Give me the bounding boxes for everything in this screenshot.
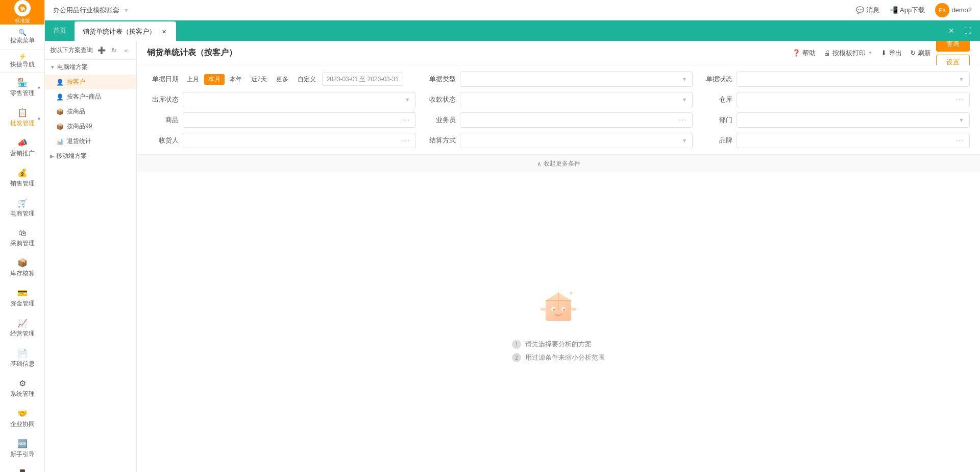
- brand-label: 品牌: [701, 136, 737, 145]
- sidebar-item-guide[interactable]: 🆕 新手引导: [0, 434, 44, 464]
- sidebar-item-finance[interactable]: 💳 资金管理: [0, 283, 44, 313]
- tab-expand-btn[interactable]: ⛶: [962, 25, 974, 37]
- sidebar-item-purchase[interactable]: 🛍 采购管理: [0, 223, 44, 253]
- retail-icon: 🏪: [17, 78, 28, 87]
- warehouse-select[interactable]: ···: [737, 92, 970, 107]
- app-logo: 畅 标准版: [0, 0, 45, 25]
- message-label: 消息: [866, 6, 879, 15]
- schema-group-desktop-label: 电脑端方案: [57, 63, 88, 72]
- export-btn[interactable]: ⬇ 导出: [881, 49, 902, 58]
- salesman-select[interactable]: ···: [460, 112, 693, 128]
- sidebar-item-retail[interactable]: 🏪 零售管理 ▼: [0, 73, 44, 103]
- by-goods-99-label: 按商品99: [67, 122, 92, 131]
- tip-2-text: 用过滤条件来缩小分析范围: [525, 353, 605, 362]
- add-schema-btn[interactable]: ➕: [96, 45, 107, 55]
- date-tab-7days[interactable]: 近7天: [247, 74, 271, 85]
- search-menu[interactable]: 🔍 搜索菜单: [0, 25, 44, 50]
- sidebar-item-operations[interactable]: 📈 经营管理: [0, 313, 44, 343]
- schema-group-desktop-title[interactable]: ▼ 电脑端方案: [45, 60, 136, 75]
- filter-receipt-status: 收款状态 ▼: [424, 92, 693, 107]
- quick-nav[interactable]: ⚡ 快捷导航: [0, 50, 44, 73]
- tab-home-label: 首页: [53, 26, 66, 35]
- out-status-label: 出库状态: [147, 95, 183, 104]
- schema-item-by-customer[interactable]: 👤 按客户: [45, 75, 136, 89]
- wholesale-icon: 📋: [17, 108, 28, 117]
- quick-nav-label: 快捷导航: [10, 61, 35, 68]
- query-button[interactable]: 查询: [936, 41, 970, 52]
- settle-label: 结算方式: [424, 136, 460, 145]
- date-tab-this-year[interactable]: 本年: [226, 74, 246, 85]
- user-name: demo2: [951, 6, 972, 14]
- tab-home[interactable]: 首页: [45, 20, 75, 41]
- by-customer-goods-icon: 👤: [56, 93, 64, 101]
- filter-brand: 品牌 ···: [701, 133, 970, 148]
- refresh-btn[interactable]: ↻ 刷新: [910, 49, 931, 58]
- wholesale-arrow: ▲: [37, 115, 41, 121]
- date-tab-custom[interactable]: 自定义: [293, 74, 320, 85]
- filter-salesman: 业务员 ···: [424, 112, 693, 128]
- schema-group-mobile-label: 移动端方案: [56, 152, 87, 160]
- sidebar-item-basic-info[interactable]: 📄 基础信息: [0, 343, 44, 373]
- schema-group-mobile-title[interactable]: ▶ 移动端方案: [45, 149, 136, 163]
- collapse-label: 收起更多条件: [544, 159, 580, 168]
- sidebar-item-system[interactable]: ⚙ 系统管理: [0, 373, 44, 404]
- out-status-select[interactable]: ▼: [183, 92, 416, 107]
- sidebar-item-sales-label: 销售管理: [10, 179, 35, 188]
- date-range-display[interactable]: 2023-03-01 至 2023-03-31: [322, 73, 403, 86]
- sidebar-item-ecommerce[interactable]: 🛒 电商管理: [0, 193, 44, 223]
- retail-arrow: ▼: [37, 85, 41, 90]
- sidebar-item-enterprise[interactable]: 🤝 企业协同: [0, 404, 44, 434]
- schema-panel: 按以下方案查询 ➕ ↻ « ▼ 电脑端方案 👤 按客户 👤: [45, 41, 137, 472]
- schema-actions: ➕ ↻ «: [96, 45, 131, 55]
- dept-select[interactable]: ▼: [737, 112, 970, 128]
- tab-sales-stats[interactable]: 销货单统计表（按客户） ✕: [75, 21, 176, 42]
- schema-item-by-customer-goods[interactable]: 👤 按客户+商品: [45, 89, 136, 104]
- date-tab-this-month[interactable]: 本月: [204, 74, 225, 85]
- receipt-status-select[interactable]: ▼: [460, 92, 693, 107]
- basic-info-icon: 📄: [17, 348, 28, 358]
- date-tab-more[interactable]: 更多: [272, 74, 292, 85]
- date-label: 单据日期: [147, 75, 183, 84]
- schema-item-by-goods[interactable]: 📦 按商品: [45, 104, 136, 119]
- goods-select[interactable]: ···: [183, 112, 416, 128]
- sidebar-item-sales[interactable]: 💰 销售管理: [0, 163, 44, 193]
- doc-type-label: 单据类型: [424, 75, 460, 84]
- schema-item-by-goods-99[interactable]: 📦 按商品99: [45, 119, 136, 134]
- operations-icon: 📈: [17, 318, 28, 328]
- receiver-label: 收货人: [147, 136, 183, 145]
- template-print-btn[interactable]: 🖨 按模板打印 ▼: [824, 49, 873, 58]
- settle-select[interactable]: ▼: [460, 133, 693, 148]
- app-title: 办公用品行业模拟账套: [53, 6, 119, 15]
- sidebar: 畅 标准版 🔍 搜索菜单 ⚡ 快捷导航 🏪 零售管理 ▼ 📋 批发管理 ▲ 📣 …: [0, 0, 45, 472]
- filter-dept: 部门 ▼: [701, 112, 970, 128]
- message-btn[interactable]: 💬 消息: [856, 6, 879, 15]
- app-download-label: App下载: [900, 6, 925, 15]
- sidebar-item-appstore[interactable]: 📱 应用中心: [0, 464, 44, 472]
- tab-close-all-btn[interactable]: ✕: [945, 25, 958, 37]
- help-btn[interactable]: ❓ 帮助: [792, 49, 816, 58]
- sidebar-item-marketing[interactable]: 📣 营销推广: [0, 133, 44, 163]
- sidebar-item-inventory[interactable]: 📦 库存核算: [0, 253, 44, 283]
- receiver-select[interactable]: ···: [183, 133, 416, 148]
- sidebar-item-wholesale[interactable]: 📋 批发管理 ▲: [0, 103, 44, 133]
- brand-select[interactable]: ···: [737, 133, 970, 148]
- filter-area: 单据日期 上月 本月 本年 近7天 更多 自定义 2023-03-01 至 20…: [137, 65, 980, 155]
- collapse-schema-btn[interactable]: «: [121, 45, 131, 55]
- refresh-schema-btn[interactable]: ↻: [109, 45, 119, 55]
- help-label: 帮助: [802, 49, 816, 58]
- finance-icon: 💳: [17, 288, 28, 298]
- data-area: ✦ 1 请先选择要分析的方案 2 用过滤条件来缩小分析范围: [137, 172, 980, 472]
- svg-point-8: [553, 309, 555, 311]
- schema-item-return-stats[interactable]: 📊 退货统计: [45, 134, 136, 149]
- warehouse-dots: ···: [956, 95, 964, 104]
- date-tab-last-month[interactable]: 上月: [183, 74, 203, 85]
- sidebar-item-operations-label: 经营管理: [10, 329, 35, 338]
- collapse-btn[interactable]: ∧ 收起更多条件: [137, 155, 980, 172]
- filter-date: 单据日期 上月 本月 本年 近7天 更多 自定义 2023-03-01 至 20…: [147, 72, 416, 87]
- page-content: 按以下方案查询 ➕ ↻ « ▼ 电脑端方案 👤 按客户 👤: [45, 41, 980, 472]
- app-download-btn[interactable]: 📲 App下载: [890, 6, 925, 15]
- user-menu[interactable]: Ea demo2: [935, 3, 972, 17]
- doc-status-select[interactable]: ▼: [737, 72, 970, 87]
- doc-type-select[interactable]: ▼: [460, 72, 693, 87]
- tab-close-btn[interactable]: ✕: [160, 28, 168, 36]
